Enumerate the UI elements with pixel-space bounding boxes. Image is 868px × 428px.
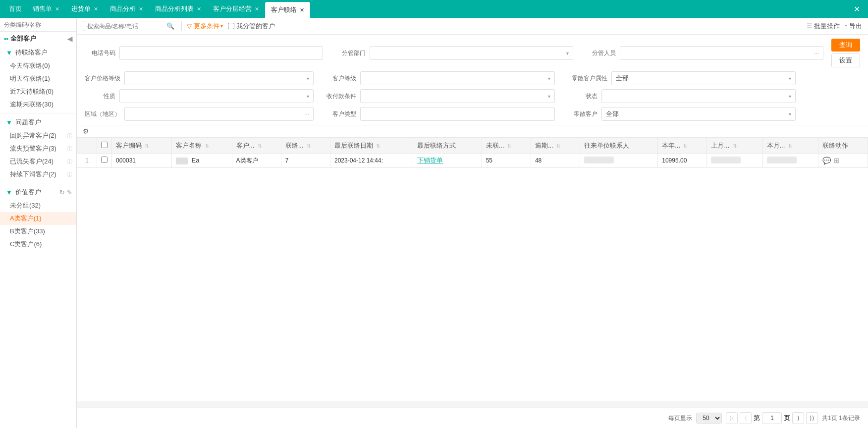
- sidebar-item-today[interactable]: 今天待联络(0): [0, 59, 76, 72]
- dept-select[interactable]: ▾: [370, 46, 573, 60]
- page-end-label: 页: [784, 414, 790, 423]
- customer-type-label: 客户类型: [326, 110, 360, 118]
- th-last-contact-method[interactable]: 最后联络方式: [413, 138, 482, 154]
- window-close-button[interactable]: ✕: [850, 4, 864, 14]
- status-select[interactable]: ▾: [601, 89, 796, 103]
- chat-icon[interactable]: 💬: [822, 157, 831, 164]
- price-level-select[interactable]: ▾: [124, 71, 314, 85]
- close-segment-tab[interactable]: ✕: [255, 6, 259, 12]
- th-name[interactable]: 客户名称 ⇅: [172, 138, 232, 154]
- page-prev-btn[interactable]: ⟨: [740, 412, 752, 424]
- sidebar-item-b-class[interactable]: B类客户(33): [0, 225, 76, 238]
- nav-home[interactable]: 首页: [4, 0, 27, 18]
- search-input[interactable]: [87, 23, 166, 30]
- all-customers-header[interactable]: ▪▪ 全部客户 ◀: [0, 32, 76, 46]
- value-group-edit[interactable]: ✎: [67, 189, 72, 196]
- value-customers-group[interactable]: ▼ 价值客户 ↻ ✎: [0, 185, 76, 199]
- nav-tab-sales[interactable]: 销售单 ✕: [27, 0, 65, 18]
- more-conditions-btn[interactable]: ▽ 更多条件 ▾: [187, 22, 223, 31]
- th-type[interactable]: 客户... ⇅: [232, 138, 281, 154]
- zero-customer-select[interactable]: 全部 ▾: [601, 107, 796, 121]
- th-code[interactable]: 客户编码 ⇅: [112, 138, 172, 154]
- th-no-contact[interactable]: 未联... ⇅: [482, 138, 531, 154]
- close-sales-tab[interactable]: ✕: [55, 6, 59, 12]
- sidebar-item-tomorrow[interactable]: 明天待联络(1): [0, 72, 76, 85]
- sidebar-collapse-icon[interactable]: ◀: [67, 35, 72, 43]
- close-goods-analysis-tab[interactable]: ✕: [139, 6, 143, 12]
- sidebar-search-input[interactable]: [4, 21, 77, 28]
- search-icon[interactable]: 🔍: [166, 22, 174, 30]
- region-select[interactable]: ···: [124, 107, 314, 121]
- nav-tab-goods-analysis[interactable]: 商品分析 ✕: [104, 0, 149, 18]
- page-last-btn[interactable]: ⟩⟩: [806, 412, 818, 424]
- export-btn[interactable]: ↑ 导出: [845, 22, 863, 31]
- qr-icon[interactable]: ⊞: [834, 157, 840, 164]
- nav-tab-purchase[interactable]: 进货单 ✕: [65, 0, 104, 18]
- filter-area: 电话号码 分管部门 ▾ 分管人员 ···: [77, 35, 868, 125]
- th-this-year[interactable]: 本年... ⇅: [658, 138, 707, 154]
- sidebar-item-churn-warning[interactable]: 流失预警客户(3) ⓘ: [0, 142, 76, 155]
- close-purchase-tab[interactable]: ✕: [94, 6, 98, 12]
- problem-customers-group[interactable]: ▼ 问题客户: [0, 115, 76, 129]
- th-contact[interactable]: 联络... ⇅: [281, 138, 330, 154]
- row-last-contact-method: 下销货单: [413, 154, 482, 168]
- batch-icon: ☰: [807, 22, 813, 30]
- table-header-row: 客户编码 ⇅ 客户名称 ⇅ 客户... ⇅ 联络...: [77, 138, 868, 154]
- sidebar-item-ungrouped[interactable]: 未分组(32): [0, 199, 76, 212]
- row-checkbox[interactable]: [101, 157, 108, 163]
- sidebar-item-7days[interactable]: 近7天待联络(0): [0, 85, 76, 98]
- value-group-refresh[interactable]: ↻: [59, 189, 65, 196]
- sort-contact-icon: ⇅: [307, 143, 311, 149]
- nav-tab-customer-segment[interactable]: 客户分层经营 ✕: [207, 0, 265, 18]
- my-customer-checkbox-wrap[interactable]: 我分管的客户: [228, 22, 275, 31]
- zero-customer-attr-field: 零散客户属性 全部 ▾: [567, 71, 796, 85]
- zero-attr-select[interactable]: 全部 ▾: [611, 71, 796, 85]
- pending-contact-group[interactable]: ▼ 待联络客户: [0, 46, 76, 59]
- sidebar-item-c-class[interactable]: C类客户(6): [0, 238, 76, 251]
- query-button[interactable]: 查询: [831, 39, 860, 52]
- contact-method-link[interactable]: 下销货单: [417, 157, 443, 164]
- customer-level-select[interactable]: ▾: [360, 71, 554, 85]
- person-select[interactable]: ···: [620, 46, 823, 60]
- sidebar-item-repurchase-abnormal[interactable]: 回购异常客户(2) ⓘ: [0, 129, 76, 142]
- filter-actions: 查询 设置: [831, 39, 860, 67]
- close-goods-list-tab[interactable]: ✕: [197, 6, 201, 12]
- th-this-month[interactable]: 本月... ⇅: [762, 138, 818, 154]
- batch-operation-btn[interactable]: ☰ 批量操作: [807, 22, 840, 31]
- nature-select[interactable]: ▾: [119, 89, 314, 103]
- search-bar: 🔍 ▽ 更多条件 ▾ 我分管的客户 ☰ 批量操作 ↑ 导出: [77, 18, 868, 35]
- row-this-year: 10995.00: [658, 154, 707, 168]
- person-label: 分管人员: [585, 49, 620, 57]
- settings-button[interactable]: 设置: [831, 54, 860, 67]
- page-number-input[interactable]: [762, 412, 782, 424]
- sidebar-item-churned[interactable]: 已流失客户(24) ⓘ: [0, 155, 76, 168]
- select-all-checkbox[interactable]: [101, 142, 108, 148]
- phone-input[interactable]: [119, 46, 323, 60]
- sort-thisyear-icon: ⇅: [683, 143, 687, 149]
- sidebar-item-overdue[interactable]: 逾期未联络(30): [0, 98, 76, 111]
- row-code: 000031: [112, 154, 172, 168]
- name-avatar-blur: [176, 158, 188, 164]
- th-action: 联络动作: [818, 138, 868, 154]
- th-unit-contact[interactable]: 往来单位联系人: [580, 138, 658, 154]
- h-scrollbar[interactable]: [77, 401, 868, 408]
- payment-select[interactable]: ▾: [360, 89, 554, 103]
- nav-tab-goods-analysis-list[interactable]: 商品分析列表 ✕: [149, 0, 207, 18]
- page-first-btn[interactable]: ⟨⟨: [726, 412, 738, 424]
- last-month-blur: [711, 157, 741, 163]
- my-customer-checkbox[interactable]: [228, 23, 234, 29]
- page-size-select[interactable]: 50: [696, 413, 722, 424]
- customer-type-select[interactable]: [360, 107, 554, 121]
- gear-icon[interactable]: ⚙: [83, 127, 89, 135]
- sidebar-item-a-class[interactable]: A类客户(1): [0, 212, 76, 225]
- sort-date-icon: ⇅: [376, 143, 380, 149]
- close-contact-tab[interactable]: ✕: [300, 7, 304, 13]
- th-last-month[interactable]: 上月... ⇅: [707, 138, 762, 154]
- th-overdue[interactable]: 逾期... ⇅: [531, 138, 580, 154]
- pagination: 每页显示 50 ⟨⟨ ⟨ 第 页 ⟩ ⟩⟩ 共1页 1条记录: [77, 408, 868, 428]
- sidebar-item-declining[interactable]: 持续下滑客户(2) ⓘ: [0, 168, 76, 181]
- th-last-contact-date[interactable]: 最后联络日期 ⇅: [330, 138, 413, 154]
- page-next-btn[interactable]: ⟩: [792, 412, 804, 424]
- nav-tab-customer-contact[interactable]: 客户联络 ✕: [265, 2, 310, 18]
- customer-type-field: 客户类型: [326, 107, 554, 121]
